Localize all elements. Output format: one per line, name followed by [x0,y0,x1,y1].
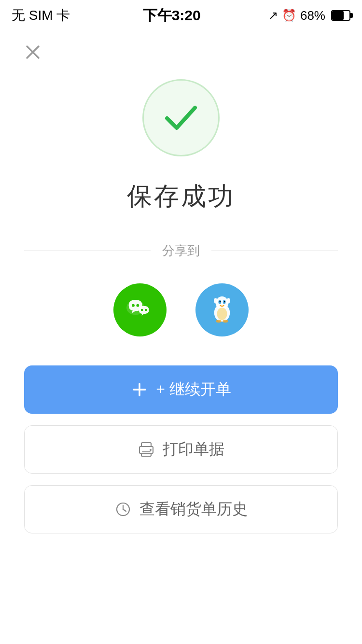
status-right: ↗ ⏰ 68% [268,8,350,23]
history-icon [114,501,132,518]
wechat-share-button[interactable] [113,283,167,336]
location-icon: ↗ [268,9,278,22]
share-divider: 分享到 [24,242,338,259]
checkmark-icon [159,96,203,140]
battery-icon [331,10,350,21]
qq-share-button[interactable] [195,283,249,336]
status-bar: 无 SIM 卡 下午3:20 ↗ ⏰ 68% [0,0,362,31]
svg-point-14 [217,308,227,320]
svg-point-4 [132,304,135,307]
success-icon-circle [142,79,220,156]
svg-point-6 [141,309,143,311]
continue-order-label: + 继续开单 [156,379,231,400]
share-divider-text: 分享到 [151,242,211,259]
wechat-icon [123,293,157,327]
status-time: 下午3:20 [143,6,201,26]
status-left: 无 SIM 卡 [12,6,75,25]
main-content: 保存成功 分享到 [0,31,362,533]
share-section: 分享到 [0,242,362,336]
actions: + 继续开单 打印单据 查看销货单历史 [0,365,362,533]
sim-label: 无 SIM 卡 [12,6,70,25]
print-button[interactable]: 打印单据 [24,425,338,474]
history-label: 查看销货单历史 [139,499,248,520]
svg-point-5 [136,304,139,307]
svg-point-13 [224,301,225,303]
alarm-icon: ⏰ [282,9,296,22]
print-icon [138,441,155,458]
view-history-button[interactable]: 查看销货单历史 [24,485,338,533]
svg-point-12 [220,301,221,303]
close-button[interactable] [19,39,46,66]
svg-point-7 [145,309,147,311]
plus-icon [131,381,148,398]
success-title: 保存成功 [127,180,235,213]
svg-point-24 [150,449,152,451]
continue-order-button[interactable]: + 继续开单 [24,365,338,414]
qq-icon [205,293,239,327]
battery-label: 68% [300,8,325,23]
share-icons [24,283,338,336]
svg-point-16 [223,320,228,322]
svg-point-15 [216,320,222,322]
print-label: 打印单据 [163,439,224,460]
svg-line-29 [123,509,126,511]
